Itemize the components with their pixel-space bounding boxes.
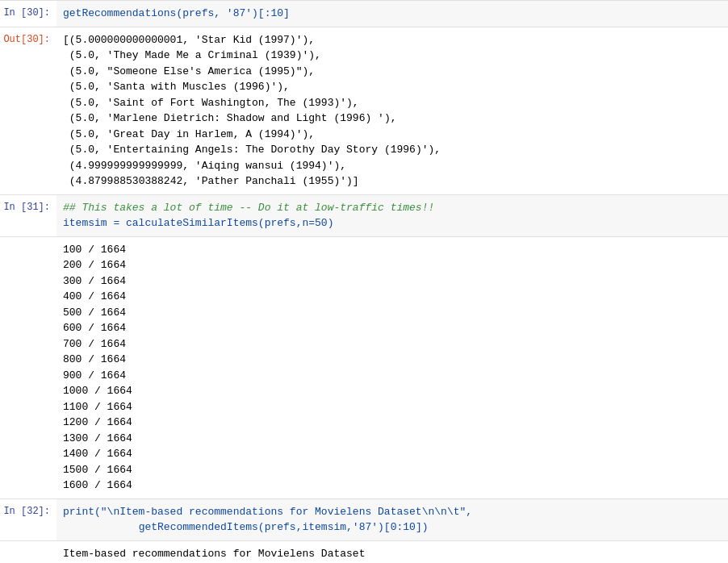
cell-30-output: Out[30]: [(5.000000000000001, 'Star Kid … [0, 27, 728, 194]
cell-30-output-text: [(5.000000000000001, 'Star Kid (1997)'),… [63, 32, 722, 190]
cell-32-output-label [0, 541, 56, 564]
notebook: In [30]: getRecommendations(prefs, '87')… [0, 0, 728, 563]
cell-30-input-content[interactable]: getRecommendations(prefs, '87')[:10] [56, 1, 728, 27]
cell-32-input-label: In [32]: [0, 499, 56, 540]
cell-31-input-label: In [31]: [0, 195, 56, 236]
cell-31-output-label [0, 237, 56, 498]
cell-31-progress-text: 100 / 1664 200 / 1664 300 / 1664 400 / 1… [63, 242, 722, 494]
cell-30-output-content: [(5.000000000000001, 'Star Kid (1997)'),… [56, 27, 728, 194]
cell-30-input: In [30]: getRecommendations(prefs, '87')… [0, 0, 728, 27]
cell-32-code: print("\nItem-based recommendations for … [63, 504, 722, 536]
cell-30-output-label: Out[30]: [0, 27, 56, 194]
cell-31-input-content[interactable]: ## This takes a lot of time -- Do it at … [56, 195, 728, 236]
cell-32-output-text: Item-based recommendations for Movielens… [63, 546, 722, 564]
cell-30-code: getRecommendations(prefs, '87')[:10] [63, 6, 722, 22]
cell-31-output: 100 / 1664 200 / 1664 300 / 1664 400 / 1… [0, 236, 728, 498]
cell-30-input-label: In [30]: [0, 1, 56, 27]
cell-32-input-content[interactable]: print("\nItem-based recommendations for … [56, 499, 728, 540]
cell-31-code: ## This takes a lot of time -- Do it at … [63, 200, 722, 231]
cell-31-input: In [31]: ## This takes a lot of time -- … [0, 194, 728, 236]
cell-31-progress-content: 100 / 1664 200 / 1664 300 / 1664 400 / 1… [56, 237, 728, 498]
cell-32-input: In [32]: print("\nItem-based recommendat… [0, 498, 728, 540]
cell-32-output: Item-based recommendations for Movielens… [0, 540, 728, 564]
cell-32-output-content: Item-based recommendations for Movielens… [56, 541, 728, 564]
